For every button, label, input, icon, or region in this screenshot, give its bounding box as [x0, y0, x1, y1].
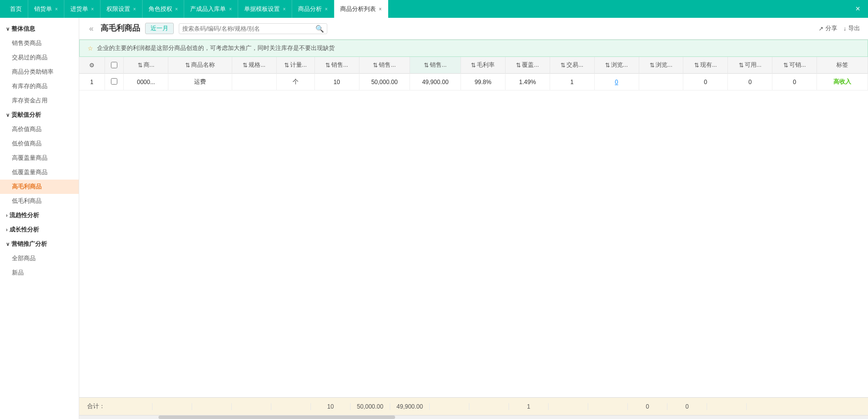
scrollbar-thumb[interactable] — [158, 416, 395, 419]
table-header-row: ⚙ ⇅商... ⇅商品名称 ⇅ — [79, 57, 868, 74]
col-available[interactable]: ⇅可用... — [728, 57, 772, 74]
close-icon[interactable]: × — [325, 6, 328, 12]
cell-sales2: 50,000.00 — [359, 74, 410, 91]
search-box[interactable]: 🔍 — [179, 23, 327, 34]
sidebar-item-high-coverage[interactable]: 高覆盖量商品 — [0, 151, 79, 165]
col-sales3[interactable]: ⇅销售... — [410, 57, 461, 74]
cell-trade: 1 — [550, 74, 594, 91]
footer-cell-3 — [232, 403, 271, 410]
col-name[interactable]: ⇅商品名称 — [168, 57, 232, 74]
sidebar-group-contribution[interactable]: ∨ 贡献值分析 — [0, 108, 79, 122]
search-icon[interactable]: 🔍 — [315, 25, 324, 33]
sidebar-item-high-margin[interactable]: 高毛利商品 — [0, 180, 79, 194]
cell-spec — [232, 74, 276, 91]
col-tag[interactable]: 标签 — [817, 57, 868, 74]
sort-icon: ⇅ — [650, 62, 655, 69]
col-gross-rate[interactable]: ⇅毛利率 — [460, 57, 505, 74]
footer-cell-12 — [588, 403, 628, 410]
sidebar-item-high-value[interactable]: 高价值商品 — [0, 122, 79, 137]
sidebar-item-stocked-goods[interactable]: 有库存的商品 — [0, 79, 79, 93]
sidebar-group-overall[interactable]: ∨ 整体信息 — [0, 22, 79, 36]
footer-cell-4 — [271, 403, 311, 410]
col-current[interactable]: ⇅现有... — [683, 57, 728, 74]
footer-cell-1 — [153, 403, 192, 410]
cell-seq: 1 — [79, 74, 104, 91]
sidebar-item-low-coverage[interactable]: 低覆盖量商品 — [0, 165, 79, 180]
nav-tab-sales[interactable]: 销货单 × — [28, 0, 64, 18]
nav-tab-analysis-list[interactable]: 商品分析列表 × — [334, 0, 388, 18]
close-icon[interactable]: × — [229, 6, 232, 12]
cell-code: 0000... — [124, 74, 168, 91]
sort-icon: ⇅ — [243, 62, 248, 69]
sidebar-group-trend[interactable]: › 流趋性分析 — [0, 208, 79, 223]
sidebar: ∨ 整体信息 销售类商品 交易过的商品 商品分类助销率 有库存的商品 库存资金占… — [0, 18, 79, 419]
col-sales2[interactable]: ⇅销售... — [359, 57, 410, 74]
col-coverage[interactable]: ⇅覆盖... — [505, 57, 550, 74]
nav-tab-purchase[interactable]: 进货单 × — [64, 0, 101, 18]
col-saleable[interactable]: ⇅可销... — [772, 57, 817, 74]
share-icon: ↗ — [818, 25, 823, 32]
col-seq: ⚙ — [79, 57, 104, 74]
table-row: 1 0000... 运费 个 10 50,000.00 49,900.00 99… — [79, 74, 868, 91]
close-icon[interactable]: × — [175, 6, 178, 12]
col-spec[interactable]: ⇅规格... — [232, 57, 276, 74]
close-icon[interactable]: × — [379, 6, 382, 12]
nav-tab-template[interactable]: 单据模板设置 × — [238, 0, 292, 18]
footer-cell-available: 0 — [667, 403, 707, 410]
tip-bar: ☆ 企业的主要的利润都是这部分商品创造的，可考虑加大推广，同时关注库存是不要出现… — [79, 40, 868, 57]
close-icon[interactable]: × — [55, 6, 58, 12]
sidebar-item-all-goods[interactable]: 全部商品 — [0, 251, 79, 266]
sidebar-item-new-goods[interactable]: 新品 — [0, 266, 79, 280]
horizontal-scrollbar[interactable] — [79, 415, 868, 419]
col-browse1[interactable]: ⇅浏览... — [594, 57, 639, 74]
col-browse2[interactable]: ⇅浏览... — [639, 57, 683, 74]
close-icon[interactable]: × — [283, 6, 286, 12]
cell-browse1[interactable]: 0 — [594, 74, 639, 91]
sidebar-group-marketing[interactable]: ∨ 营销推广分析 — [0, 237, 79, 251]
sidebar-item-low-margin[interactable]: 低毛利商品 — [0, 194, 79, 208]
window-close-button[interactable]: × — [852, 4, 864, 13]
search-input[interactable] — [182, 25, 315, 32]
sidebar-group-growth[interactable]: › 成长性分析 — [0, 223, 79, 237]
col-checkbox[interactable] — [104, 57, 124, 74]
cell-tag: 高收入 — [817, 74, 868, 91]
cell-checkbox[interactable] — [104, 74, 124, 91]
col-unit[interactable]: ⇅计量... — [276, 57, 314, 74]
sort-icon: ⇅ — [739, 62, 744, 69]
nav-tab-permission[interactable]: 权限设置 × — [101, 0, 143, 18]
sidebar-item-stock-capital[interactable]: 库存资金占用 — [0, 93, 79, 108]
close-icon[interactable]: × — [91, 6, 94, 12]
sort-icon: ⇅ — [605, 62, 610, 69]
export-icon: ↓ — [843, 25, 846, 32]
nav-tab-product-entry[interactable]: 产成品入库单 × — [184, 0, 238, 18]
col-trade[interactable]: ⇅交易... — [550, 57, 594, 74]
select-all-checkbox[interactable] — [111, 62, 117, 68]
sort-icon: ⇅ — [694, 62, 699, 69]
sort-icon: ⇅ — [471, 62, 476, 69]
export-button[interactable]: ↓ 导出 — [843, 24, 860, 33]
chevron-down-icon: ∨ — [6, 26, 9, 32]
nav-tab-role[interactable]: 角色授权 × — [143, 0, 185, 18]
sidebar-item-low-value[interactable]: 低价值商品 — [0, 137, 79, 151]
nav-tab-analysis[interactable]: 商品分析 × — [292, 0, 334, 18]
cell-sales1: 10 — [314, 74, 359, 91]
header-actions: ↗ 分享 ↓ 导出 — [818, 24, 860, 33]
sort-icon: ⇅ — [516, 62, 521, 69]
sidebar-item-sales-goods[interactable]: 销售类商品 — [0, 36, 79, 50]
footer-cell-0 — [113, 403, 153, 410]
share-button[interactable]: ↗ 分享 — [818, 24, 837, 33]
tip-text: 企业的主要的利润都是这部分商品创造的，可考虑加大推广，同时关注库存是不要出现缺货 — [97, 44, 335, 52]
sidebar-item-traded-goods[interactable]: 交易过的商品 — [0, 50, 79, 65]
content-header: « 高毛利商品 近一月 🔍 ↗ 分享 ↓ 导出 — [79, 18, 868, 40]
sidebar-item-category-rate[interactable]: 商品分类助销率 — [0, 65, 79, 79]
sidebar-collapse-button[interactable]: « — [87, 23, 96, 34]
cell-name: 运费 — [168, 74, 232, 91]
col-code[interactable]: ⇅商... — [124, 57, 168, 74]
nav-tab-home[interactable]: 首页 — [4, 0, 28, 18]
col-sales1[interactable]: ⇅销售... — [314, 57, 359, 74]
filter-period-button[interactable]: 近一月 — [145, 23, 174, 34]
row-checkbox[interactable] — [111, 78, 117, 85]
table-footer: 合计： 10 50,000.00 49,900.00 1 0 0 — [79, 397, 868, 415]
table-area[interactable]: ⚙ ⇅商... ⇅商品名称 ⇅ — [79, 57, 868, 397]
close-icon[interactable]: × — [133, 6, 136, 12]
